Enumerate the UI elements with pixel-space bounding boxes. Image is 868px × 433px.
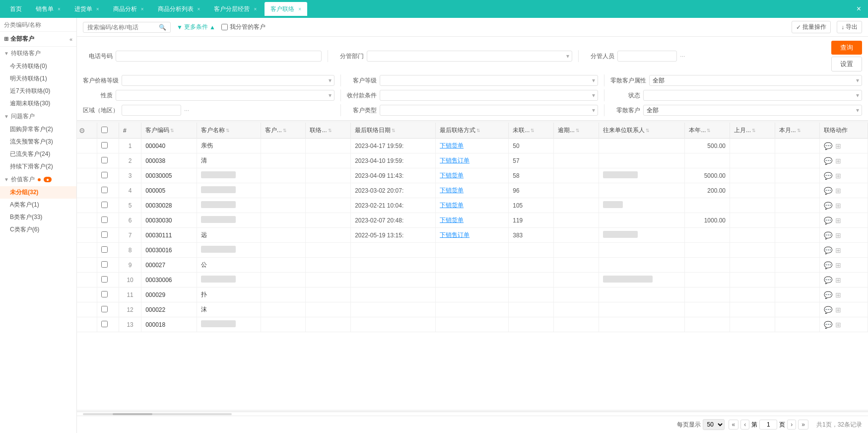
row-lastway-cell[interactable]: 下销货单 [436, 183, 509, 198]
nocontact-col-header[interactable]: 未联...⇅ [509, 123, 554, 139]
staff-input[interactable] [617, 51, 677, 62]
close-sales-icon[interactable]: × [58, 6, 61, 12]
grid-action-icon[interactable]: ⊞ [835, 246, 841, 254]
grid-action-icon[interactable]: ⊞ [835, 187, 841, 195]
sidebar-collapse-icon[interactable]: « [69, 36, 72, 42]
filter-search-input[interactable] [87, 24, 157, 31]
close-purchase-icon[interactable]: × [96, 6, 99, 12]
lastway-col-header[interactable]: 最后联络方式⇅ [436, 123, 509, 139]
settings-icon[interactable]: ⚙ [79, 127, 85, 135]
nav-analysis[interactable]: 商品分析 × [107, 2, 150, 16]
row-checkbox-cell[interactable] [97, 288, 119, 302]
sidebar-item-groupC[interactable]: C类客户(6) [0, 223, 76, 236]
checkbox-col-header[interactable] [97, 123, 119, 139]
row-lastway-cell[interactable]: 下销货单 [436, 168, 509, 183]
thismonth-col-header[interactable]: 本月...⇅ [775, 123, 820, 139]
row-checkbox-cell[interactable] [97, 213, 119, 228]
message-icon[interactable]: 💬 [824, 276, 832, 284]
lastmonth-col-header[interactable]: 上月...⇅ [730, 123, 775, 139]
region-more-icon[interactable]: ··· [184, 107, 189, 114]
row-checkbox[interactable] [101, 306, 108, 312]
batch-operation-button[interactable]: ✓ 批量操作 [792, 21, 831, 33]
page-number-input[interactable] [759, 420, 777, 430]
more-filters-button[interactable]: ▼ 更多条件 ▲ [177, 23, 215, 31]
sidebar-section-pending[interactable]: ▼ 待联络客户 [0, 47, 76, 60]
row-checkbox[interactable] [101, 216, 108, 223]
row-checkbox-cell[interactable] [97, 302, 119, 317]
message-icon[interactable]: 💬 [824, 306, 832, 314]
row-checkbox[interactable] [101, 261, 108, 268]
all-customers-label[interactable]: 全部客户 [10, 35, 34, 43]
row-checkbox-cell[interactable] [97, 168, 119, 183]
sidebar-item-groupB[interactable]: B类客户(33) [0, 211, 76, 223]
row-checkbox-cell[interactable] [97, 243, 119, 258]
grid-action-icon[interactable]: ⊞ [835, 231, 841, 239]
bizcontact-col-header[interactable]: 往来单位联系人⇅ [599, 123, 685, 139]
sidebar-item-overdue[interactable]: 逾期未联络(30) [0, 97, 76, 110]
message-icon[interactable]: 💬 [824, 231, 832, 239]
row-checkbox[interactable] [101, 246, 108, 253]
row-checkbox[interactable] [101, 157, 108, 163]
my-customers-check[interactable] [221, 24, 228, 30]
row-checkbox-cell[interactable] [97, 183, 119, 198]
nature-select[interactable] [116, 90, 334, 101]
close-contact-icon[interactable]: × [298, 6, 301, 12]
row-checkbox[interactable] [101, 142, 108, 148]
sidebar-section-value[interactable]: ▼ 价值客户 ● [0, 173, 76, 186]
nav-customer-contact[interactable]: 客户联络 × [265, 2, 307, 16]
sidebar-section-problem[interactable]: ▼ 问题客户 [0, 110, 76, 123]
sidebar-item-groupA[interactable]: A类客户(1) [0, 199, 76, 211]
custtype-col-header[interactable]: 客户...⇅ [261, 123, 306, 139]
my-customers-checkbox[interactable]: 我分管的客户 [221, 23, 266, 31]
grid-action-icon[interactable]: ⊞ [835, 306, 841, 314]
close-analysis-list-icon[interactable]: × [198, 6, 200, 12]
grid-action-icon[interactable]: ⊞ [835, 202, 841, 210]
message-icon[interactable]: 💬 [824, 321, 832, 329]
nav-analysis-list[interactable]: 商品分析列表 × [152, 2, 206, 16]
price-level-select[interactable] [122, 75, 334, 86]
nav-home[interactable]: 首页 [4, 2, 28, 16]
sidebar-search-input[interactable] [4, 21, 77, 28]
row-checkbox-cell[interactable] [97, 228, 119, 243]
reset-button[interactable]: 设置 [831, 57, 862, 72]
nav-sales[interactable]: 销售单 × [30, 2, 67, 16]
query-button[interactable]: 查询 [831, 41, 862, 55]
row-checkbox-cell[interactable] [97, 153, 119, 168]
grid-action-icon[interactable]: ⊞ [835, 321, 841, 329]
row-lastway-cell[interactable]: 下销货单 [436, 139, 509, 153]
message-icon[interactable]: 💬 [824, 142, 832, 150]
message-icon[interactable]: 💬 [824, 157, 832, 165]
region-input[interactable] [122, 105, 181, 116]
message-icon[interactable]: 💬 [824, 291, 832, 299]
row-checkbox-cell[interactable] [97, 139, 119, 153]
sidebar-item-abnormal[interactable]: 固购异常客户(2) [0, 123, 76, 136]
row-checkbox-cell[interactable] [97, 273, 119, 288]
grid-action-icon[interactable]: ⊞ [835, 172, 841, 180]
per-page-select[interactable]: 50 [703, 419, 725, 430]
message-icon[interactable]: 💬 [824, 172, 832, 180]
message-icon[interactable]: 💬 [824, 246, 832, 254]
lastdate-col-header[interactable]: 最后联络日期⇅ [351, 123, 436, 139]
next-page-button[interactable]: › [787, 420, 796, 430]
row-checkbox[interactable] [101, 202, 108, 208]
prev-page-button[interactable]: ‹ [740, 420, 749, 430]
message-icon[interactable]: 💬 [824, 261, 832, 269]
row-checkbox-cell[interactable] [97, 317, 119, 332]
first-page-button[interactable]: « [729, 420, 739, 430]
row-checkbox[interactable] [101, 172, 108, 178]
phone-input[interactable] [116, 51, 322, 62]
row-checkbox[interactable] [101, 231, 108, 238]
close-segment-icon[interactable]: × [254, 6, 257, 12]
grid-action-icon[interactable]: ⊞ [835, 276, 841, 284]
window-close-button[interactable]: × [854, 3, 864, 14]
dept-select[interactable] [367, 51, 573, 62]
row-lastway-cell[interactable]: 下销售订单 [436, 228, 509, 243]
row-checkbox-cell[interactable] [97, 198, 119, 213]
retail-cust-select[interactable]: 全部 [643, 105, 862, 116]
sidebar-item-tomorrow[interactable]: 明天待联络(1) [0, 72, 76, 85]
row-checkbox[interactable] [101, 321, 108, 327]
row-checkbox-cell[interactable] [97, 258, 119, 273]
contact-col-header[interactable]: 联络...⇅ [306, 123, 351, 139]
sidebar-item-today[interactable]: 今天待联络(0) [0, 60, 76, 72]
sidebar-item-declining[interactable]: 持续下滑客户(2) [0, 160, 76, 173]
